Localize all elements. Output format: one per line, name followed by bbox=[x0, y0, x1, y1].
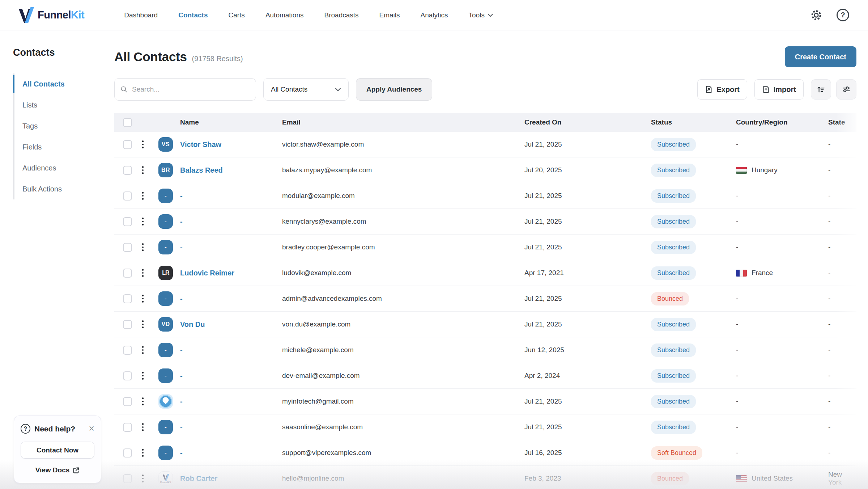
contact-name-link[interactable]: - bbox=[180, 423, 183, 431]
row-avatar-cell: BR bbox=[158, 163, 180, 177]
contact-name-link[interactable]: - bbox=[180, 346, 183, 354]
funnelkit-v-monogram-icon bbox=[18, 7, 34, 24]
row-checkbox[interactable] bbox=[123, 423, 132, 432]
row-checkbox[interactable] bbox=[123, 217, 132, 226]
row-status-cell: Bounced bbox=[651, 472, 736, 485]
row-name-cell: - bbox=[180, 295, 282, 303]
help-question-icon[interactable]: ? bbox=[837, 9, 849, 21]
contact-name-link[interactable]: Ludovic Reimer bbox=[180, 269, 234, 277]
funnelkit-logo[interactable]: FunnelKit bbox=[18, 7, 84, 24]
state-value: - bbox=[828, 320, 830, 328]
row-actions-menu-icon[interactable] bbox=[139, 345, 147, 355]
contact-name-link[interactable]: - bbox=[180, 449, 183, 457]
row-actions-menu-icon[interactable] bbox=[139, 319, 147, 330]
contact-name-link[interactable]: - bbox=[180, 192, 183, 200]
row-created-cell: Apr 17, 2021 bbox=[524, 269, 651, 277]
row-name-cell: - bbox=[180, 423, 282, 431]
row-actions-menu-icon[interactable] bbox=[139, 267, 147, 278]
row-checkbox[interactable] bbox=[123, 269, 132, 278]
row-checkbox[interactable] bbox=[123, 294, 132, 303]
row-actions-menu-icon[interactable] bbox=[139, 165, 147, 176]
row-status-cell: Subscribed bbox=[651, 369, 736, 383]
sidebar-item-audiences[interactable]: Audiences bbox=[14, 157, 114, 178]
created-on-date: Feb 3, 2023 bbox=[524, 475, 561, 482]
nav-item-emails[interactable]: Emails bbox=[379, 11, 400, 19]
view-docs-link[interactable]: View Docs bbox=[21, 466, 94, 474]
column-header-name: Name bbox=[180, 118, 282, 126]
sidebar-item-fields[interactable]: Fields bbox=[14, 136, 114, 157]
nav-item-broadcasts[interactable]: Broadcasts bbox=[324, 11, 359, 19]
sidebar-item-all-contacts[interactable]: All Contacts bbox=[14, 73, 114, 94]
nav-item-tools[interactable]: Tools bbox=[469, 11, 493, 19]
row-checkbox[interactable] bbox=[123, 371, 132, 380]
row-actions-menu-icon[interactable] bbox=[139, 293, 147, 304]
sort-button[interactable] bbox=[811, 79, 831, 100]
state-value: - bbox=[828, 295, 830, 303]
row-email-cell: victor.shaw@example.com bbox=[282, 140, 524, 148]
row-actions-menu-icon[interactable] bbox=[139, 139, 147, 150]
contact-name-link[interactable]: Victor Shaw bbox=[180, 140, 221, 149]
nav-item-analytics[interactable]: Analytics bbox=[421, 11, 448, 19]
row-checkbox[interactable] bbox=[123, 448, 132, 458]
view-options-button[interactable] bbox=[836, 79, 856, 100]
kebab-dot bbox=[142, 426, 144, 428]
column-header-email: Email bbox=[282, 118, 524, 126]
segment-filter-select[interactable]: All Contacts bbox=[263, 78, 349, 101]
export-button[interactable]: Export bbox=[697, 79, 747, 100]
row-checkbox[interactable] bbox=[123, 320, 132, 329]
select-all-checkbox[interactable] bbox=[123, 118, 132, 127]
import-button[interactable]: Import bbox=[754, 79, 804, 100]
nav-item-automations[interactable]: Automations bbox=[265, 11, 304, 19]
contact-name-link[interactable]: Von Du bbox=[180, 320, 205, 329]
need-help-widget: ? Need help? × Contact Now View Docs bbox=[14, 416, 101, 483]
contact-name-link[interactable]: - bbox=[180, 243, 183, 252]
contact-name-link[interactable]: Rob Carter bbox=[180, 475, 217, 483]
row-actions-menu-icon[interactable] bbox=[139, 370, 147, 381]
row-actions-menu-icon[interactable] bbox=[139, 242, 147, 253]
state-value: - bbox=[828, 269, 830, 277]
row-checkbox[interactable] bbox=[123, 140, 132, 149]
contact-name-link[interactable]: - bbox=[180, 397, 183, 406]
nav-item-carts[interactable]: Carts bbox=[228, 11, 244, 19]
row-actions-menu-icon[interactable] bbox=[139, 190, 147, 201]
search-input[interactable] bbox=[132, 85, 250, 93]
contact-name-link[interactable]: - bbox=[180, 372, 183, 380]
row-checkbox[interactable] bbox=[123, 191, 132, 201]
table-row: -myinfotech@gmail.comJul 21, 2025Subscri… bbox=[114, 389, 856, 414]
row-actions-menu-icon[interactable] bbox=[139, 447, 147, 458]
row-select-cell bbox=[123, 397, 139, 406]
sidebar-item-lists[interactable]: Lists bbox=[14, 94, 114, 115]
row-checkbox[interactable] bbox=[123, 243, 132, 252]
row-checkbox[interactable] bbox=[123, 346, 132, 355]
contact-name-link[interactable]: Balazs Reed bbox=[180, 166, 223, 174]
row-name-cell: - bbox=[180, 449, 282, 457]
sidebar-item-bulk-actions[interactable]: Bulk Actions bbox=[14, 178, 114, 199]
create-contact-button[interactable]: Create Contact bbox=[785, 46, 856, 67]
brand-name-funnel: Funnel bbox=[38, 9, 71, 21]
table-header-row: Name Email Created On Status Country/Reg… bbox=[114, 113, 856, 132]
row-actions-menu-icon[interactable] bbox=[139, 422, 147, 433]
contact-name-link[interactable]: - bbox=[180, 295, 183, 303]
settings-gear-icon[interactable] bbox=[810, 9, 823, 22]
contact-name-link[interactable]: - bbox=[180, 218, 183, 226]
status-badge: Bounced bbox=[651, 292, 689, 305]
row-checkbox[interactable] bbox=[123, 397, 132, 406]
header-select-cell bbox=[123, 118, 139, 127]
apply-audiences-button[interactable]: Apply Audiences bbox=[356, 78, 432, 101]
row-actions-menu-icon[interactable] bbox=[139, 396, 147, 407]
close-icon[interactable]: × bbox=[89, 424, 94, 434]
nav-item-dashboard[interactable]: Dashboard bbox=[124, 11, 158, 19]
row-actions-menu-icon[interactable] bbox=[139, 473, 147, 484]
status-badge: Subscribed bbox=[651, 189, 696, 203]
row-state-cell: - bbox=[828, 218, 856, 225]
contact-now-button[interactable]: Contact Now bbox=[21, 442, 94, 459]
row-actions-menu-icon[interactable] bbox=[139, 216, 147, 227]
row-checkbox[interactable] bbox=[123, 166, 132, 175]
row-actions-cell bbox=[139, 165, 158, 176]
nav-item-contacts[interactable]: Contacts bbox=[178, 11, 208, 19]
created-on-date: Apr 2, 2024 bbox=[524, 372, 560, 380]
row-state-cell: - bbox=[828, 372, 856, 380]
sidebar-item-tags[interactable]: Tags bbox=[14, 115, 114, 136]
row-checkbox[interactable] bbox=[123, 474, 132, 483]
row-state-cell: - bbox=[828, 243, 856, 251]
